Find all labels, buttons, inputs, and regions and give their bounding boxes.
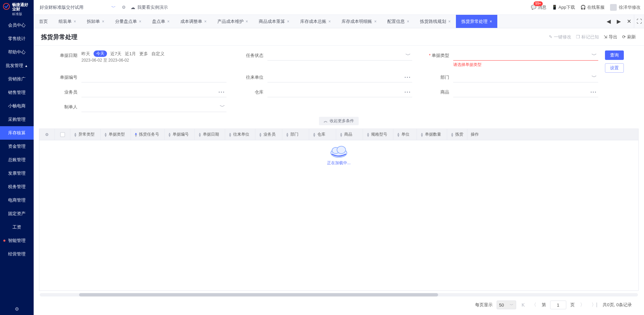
tab[interactable]: 商品成本重算× (253, 15, 295, 28)
date-quick-last7[interactable]: 近7天 (110, 51, 121, 57)
sidebar-item[interactable]: 营销推广 (0, 72, 34, 86)
tab[interactable]: 首页 (34, 15, 53, 28)
table-column-header[interactable]: ▲▼拣货任务号 (131, 129, 165, 140)
sidebar-item[interactable]: 经营管理 (0, 247, 34, 261)
close-icon[interactable]: × (167, 19, 170, 24)
sidebar-item[interactable]: 固定资产 (0, 207, 34, 220)
table-column-header[interactable]: ▲▼单据日期 (195, 129, 225, 140)
sidebar-item[interactable]: 帮助中心 (0, 45, 34, 59)
sidebar-item[interactable]: 电商管理 (0, 194, 34, 207)
tabs-prev-button[interactable]: ◀ (604, 15, 614, 28)
close-icon[interactable]: × (204, 19, 207, 24)
table-column-header[interactable]: ▲▼业务员 (255, 129, 282, 140)
column-settings[interactable]: ⚙ (39, 129, 55, 140)
next-page-button[interactable]: 〉 (579, 302, 586, 308)
table-column-header[interactable]: ▲▼单据数量 (417, 129, 447, 140)
lookup-icon[interactable]: ··· (589, 89, 598, 95)
date-quick-more[interactable]: 更多 (139, 51, 148, 57)
sidebar-item[interactable]: 库存核算 (0, 126, 34, 140)
topbar-settings-icon[interactable]: ⚙ (122, 5, 126, 10)
task-status-input[interactable]: ﹀ (267, 50, 413, 61)
close-icon[interactable]: × (287, 19, 289, 24)
sidebar-item[interactable]: 采购管理 (0, 113, 34, 126)
select-all[interactable] (55, 129, 70, 140)
per-page-select[interactable]: 50 (497, 301, 516, 309)
table-column-header[interactable]: ▲▼仓库 (309, 129, 336, 140)
doc-no-input[interactable] (81, 72, 226, 82)
sidebar-item[interactable]: 零售统计 (0, 32, 34, 45)
filter-settings-button[interactable]: 设置 (605, 63, 624, 73)
tab[interactable]: 拆卸单× (81, 15, 110, 28)
sidebar-item[interactable]: 智能管理 (0, 234, 34, 247)
product-input[interactable]: ··· (453, 87, 598, 97)
table-column-header[interactable]: ▲▼单据类型 (101, 129, 131, 140)
sidebar-item[interactable]: 小畅电商 (0, 99, 34, 113)
online-service-action[interactable]: 🎧 在线客服 (580, 4, 605, 10)
close-icon[interactable]: × (448, 19, 451, 24)
doc-type-input[interactable]: ﹀ (453, 50, 598, 61)
table-column-header[interactable]: ▲▼规格型号 (363, 129, 393, 140)
prev-page-button[interactable]: 〈 (530, 302, 538, 308)
user-menu[interactable]: 徐泽华修改 (610, 4, 641, 11)
table-column-header[interactable]: ▲▼部门 (282, 129, 309, 140)
messages-action[interactable]: 💬 99+ 消息 (531, 4, 546, 10)
date-quick-last1m[interactable]: 近1月 (125, 51, 136, 57)
tab[interactable]: 拣货路线规划× (415, 15, 456, 28)
sidebar-item[interactable]: 总账管理 (0, 153, 34, 167)
collapse-filters-button[interactable]: ︽ 收起更多条件 (319, 117, 359, 125)
tab[interactable]: 产品成本维护× (212, 15, 253, 28)
export-action[interactable]: ⇲ 导出 (604, 34, 617, 40)
refresh-action[interactable]: ⟳ 刷新 (622, 34, 636, 40)
lookup-icon[interactable]: ··· (403, 74, 412, 80)
sidebar-item[interactable]: 发票管理 (0, 167, 34, 180)
tab[interactable]: 组装单× (53, 15, 81, 28)
close-icon[interactable]: × (490, 19, 492, 24)
scrollbar-thumb[interactable] (79, 293, 438, 296)
demo-link[interactable]: ☁ 我要看实例演示 (131, 4, 168, 10)
tab[interactable]: 盘点单× (147, 15, 175, 28)
table-column-header[interactable]: ▲▼异常类型 (70, 129, 101, 140)
close-icon[interactable]: × (139, 19, 141, 24)
close-icon[interactable]: × (328, 19, 331, 24)
page-input[interactable] (550, 301, 566, 309)
table-column-header[interactable]: 操作 (467, 129, 638, 140)
date-quick-today[interactable]: 今天 (94, 50, 107, 57)
environment-select[interactable]: 好业财标准版交付试用 ﹀ (40, 4, 117, 10)
close-icon[interactable]: × (102, 19, 104, 24)
table-column-header[interactable]: ▲▼单位 (393, 129, 417, 140)
date-quick-yesterday[interactable]: 昨天 (81, 51, 90, 57)
sidebar-item[interactable]: 销售管理 (0, 86, 34, 99)
first-page-button[interactable]: K (520, 302, 526, 308)
tabs-close-button[interactable]: ✕ (624, 15, 634, 28)
lookup-icon[interactable]: ··· (403, 89, 412, 95)
dept-input[interactable]: ﹀ (453, 72, 598, 82)
date-quick-custom[interactable]: 自定义 (151, 51, 165, 57)
salesman-input[interactable]: ··· (81, 87, 226, 97)
table-column-header[interactable]: ▲▼单据编号 (165, 129, 195, 140)
tabs-next-button[interactable]: ▶ (614, 15, 624, 28)
tab[interactable]: 分量盘点单× (110, 15, 147, 28)
table-column-header[interactable]: ▲▼往来单位 (225, 129, 255, 140)
tab[interactable]: 库存成本明细账× (336, 15, 382, 28)
sidebar-item[interactable]: 资金管理 (0, 140, 34, 153)
sidebar-item[interactable]: 批发管理▲ (0, 59, 34, 72)
last-page-button[interactable]: 〉| (590, 302, 599, 308)
app-download-action[interactable]: 📱 App下载 (552, 4, 575, 10)
table-column-header[interactable]: ▲▼拣货 (447, 129, 467, 140)
lookup-icon[interactable]: ··· (217, 89, 226, 95)
table-column-header[interactable]: ▲▼商品 (336, 129, 363, 140)
partner-input[interactable]: ··· (267, 72, 413, 82)
settings-icon[interactable]: ⚙ (15, 306, 19, 312)
query-button[interactable]: 查询 (605, 50, 624, 60)
close-icon[interactable]: × (74, 19, 76, 24)
tab[interactable]: 库存成本总账× (295, 15, 336, 28)
close-icon[interactable]: × (246, 19, 248, 24)
tab[interactable]: 配置信息× (382, 15, 415, 28)
warehouse-input[interactable]: ··· (267, 87, 413, 97)
tab[interactable]: 成本调整单× (175, 15, 212, 28)
horizontal-scrollbar[interactable] (39, 292, 639, 298)
sidebar-item[interactable]: 工资 (0, 220, 34, 234)
close-icon[interactable]: × (407, 19, 409, 24)
tabs-expand-button[interactable]: ⛶ (634, 15, 644, 28)
tab[interactable]: 拣货异常处理× (456, 15, 497, 28)
